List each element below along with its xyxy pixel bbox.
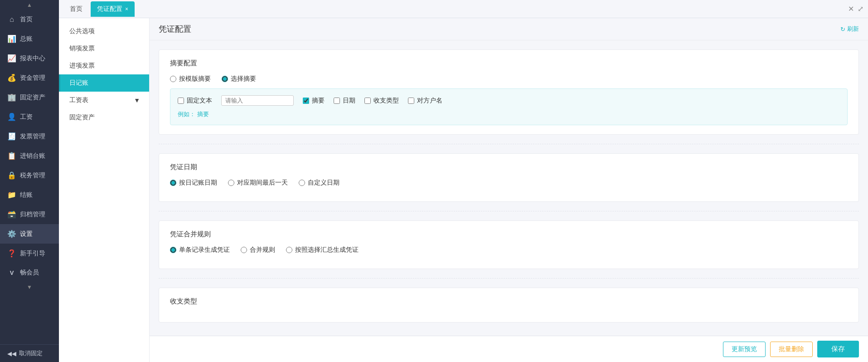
counterpart-checkbox[interactable]: [408, 98, 414, 104]
close-accounts-icon: 📁: [7, 191, 16, 199]
nav-payroll[interactable]: 工资表 ▼: [59, 92, 149, 109]
refresh-button[interactable]: ↻ 刷新: [840, 25, 859, 33]
tab-home[interactable]: 首页: [63, 1, 89, 17]
sidebar-item-vip[interactable]: V 畅会员: [0, 263, 59, 282]
abstract-example: 例如： 摘要: [178, 110, 840, 118]
sidebar-item-salary[interactable]: 👤 工资: [0, 107, 59, 127]
income-type-checkbox[interactable]: [364, 98, 371, 104]
sidebar-item-close[interactable]: 📁 结账: [0, 185, 59, 205]
assets-icon: 🏢: [7, 93, 16, 102]
update-preview-button[interactable]: 更新预览: [723, 342, 766, 357]
refresh-icon: ↻: [840, 26, 845, 33]
abstract-mode-template-radio[interactable]: [170, 76, 176, 82]
batch-delete-button[interactable]: 批量删除: [770, 342, 813, 357]
maximize-button[interactable]: ⤢: [858, 5, 863, 13]
abstract-options-panel: 固定文本 摘要 日期: [170, 88, 848, 125]
bottom-bar: 更新预览 批量删除 保存: [150, 336, 868, 362]
checkbox-income-type[interactable]: 收支类型: [364, 97, 399, 105]
invoice-mgmt-icon: 🧾: [7, 132, 16, 141]
income-type-section: 收支类型: [159, 288, 859, 323]
minimize-button[interactable]: ✕: [848, 5, 854, 13]
sidebar-item-home[interactable]: ⌂ 首页: [0, 10, 59, 29]
salary-icon: 👤: [7, 113, 16, 121]
sidebar-item-ledger[interactable]: 📊 总账: [0, 29, 59, 49]
left-nav: 公共选项 销项发票 进项发票 日记账 工资表 ▼ 固定资产: [59, 18, 150, 362]
merge-rule-radio[interactable]: [241, 247, 247, 253]
tab-bar: 首页 凭证配置 × ✕ ⤢: [59, 0, 868, 18]
abstract-checkbox[interactable]: [303, 98, 309, 104]
sidebar-item-archive[interactable]: 🗃️ 归档管理: [0, 205, 59, 224]
nav-purchase-invoice[interactable]: 进项发票: [59, 57, 149, 74]
merge-option-rule[interactable]: 合并规则: [241, 246, 275, 254]
date-journal-radio[interactable]: [170, 180, 176, 186]
sidebar-item-assets[interactable]: 🏢 固定资产: [0, 88, 59, 107]
merge-option-single[interactable]: 单条记录生成凭证: [170, 246, 230, 254]
nav-payroll-arrow: ▼: [134, 97, 140, 104]
sidebar-item-funds[interactable]: 💰 资金管理: [0, 68, 59, 88]
merge-select-total-radio[interactable]: [286, 247, 292, 253]
nav-fixed-assets[interactable]: 固定资产: [59, 109, 149, 126]
abstract-mode-radio-group: 按模版摘要 选择摘要: [170, 75, 848, 83]
merge-single-radio[interactable]: [170, 247, 176, 253]
settings-icon: ⚙️: [7, 230, 16, 238]
fixed-text-input[interactable]: [221, 95, 294, 106]
home-icon: ⌂: [7, 15, 16, 24]
income-type-section-title: 收支类型: [170, 297, 848, 306]
funds-icon: 💰: [7, 73, 16, 82]
archive-icon: 🗃️: [7, 210, 16, 219]
merge-section-title: 凭证合并规则: [170, 230, 848, 239]
right-content: 摘要配置 按模版摘要 选择摘要: [150, 40, 868, 336]
nav-public[interactable]: 公共选项: [59, 23, 149, 40]
merge-rule-section: 凭证合并规则 单条记录生成凭证 合并规则: [159, 220, 859, 269]
sidebar-item-reports[interactable]: 📈 报表中心: [0, 49, 59, 68]
unpin-icon: ◀◀: [7, 350, 16, 357]
abstract-config-section: 摘要配置 按模版摘要 选择摘要: [159, 49, 859, 135]
checkbox-counterpart[interactable]: 对方户名: [408, 97, 442, 105]
guide-icon: ❓: [7, 249, 16, 258]
checkbox-fixed-text[interactable]: 固定文本: [178, 97, 212, 105]
save-button[interactable]: 保存: [817, 341, 859, 357]
tab-voucher-config[interactable]: 凭证配置 ×: [91, 1, 135, 17]
page-header: 凭证配置 ↻ 刷新: [150, 18, 868, 40]
sidebar-item-invoice-mgmt[interactable]: 🧾 发票管理: [0, 127, 59, 146]
abstract-options-row: 固定文本 摘要 日期: [178, 95, 840, 106]
date-checkbox[interactable]: [334, 98, 340, 104]
page-title: 凭证配置: [159, 24, 191, 34]
abstract-mode-template[interactable]: 按模版摘要: [170, 75, 211, 83]
purchase-sale-icon: 📋: [7, 152, 16, 160]
date-option-custom[interactable]: 自定义日期: [299, 179, 339, 187]
date-period-last-radio[interactable]: [228, 180, 234, 186]
fixed-text-checkbox[interactable]: [178, 98, 184, 104]
tab-close-button[interactable]: ×: [125, 6, 128, 12]
sidebar-item-guide[interactable]: ❓ 新手引导: [0, 244, 59, 263]
abstract-mode-select-radio[interactable]: [222, 76, 228, 82]
tax-icon: 🔒: [7, 171, 16, 180]
merge-radio-group: 单条记录生成凭证 合并规则 按照选择汇总生成凭证: [170, 246, 848, 254]
nav-journal[interactable]: 日记账: [59, 74, 149, 92]
vip-icon: V: [7, 269, 16, 276]
sidebar-item-purchase-sale[interactable]: 📋 进销台账: [0, 146, 59, 166]
main-area: 首页 凭证配置 × ✕ ⤢ 公共选项 销项发票 进项发票 日记账: [59, 0, 868, 362]
reports-icon: 📈: [7, 54, 16, 63]
ledger-icon: 📊: [7, 34, 16, 43]
voucher-date-section: 凭证日期 按日记账日期 对应期间最后一天: [159, 153, 859, 202]
date-section-title: 凭证日期: [170, 163, 848, 171]
date-radio-group: 按日记账日期 对应期间最后一天 自定义日期: [170, 179, 848, 187]
nav-sale-invoice[interactable]: 销项发票: [59, 40, 149, 57]
sidebar-item-settings[interactable]: ⚙️ 设置: [0, 224, 59, 244]
checkbox-abstract[interactable]: 摘要: [303, 97, 325, 105]
sidebar-unpin-button[interactable]: ◀◀ 取消固定: [0, 344, 59, 362]
sidebar-scroll-up[interactable]: ▲: [0, 0, 59, 10]
sidebar-scroll-down[interactable]: ▼: [0, 282, 59, 292]
merge-option-select-total[interactable]: 按照选择汇总生成凭证: [286, 246, 359, 254]
date-custom-radio[interactable]: [299, 180, 305, 186]
abstract-mode-select[interactable]: 选择摘要: [222, 75, 256, 83]
date-option-period-last[interactable]: 对应期间最后一天: [228, 179, 288, 187]
checkbox-date[interactable]: 日期: [334, 97, 355, 105]
sidebar: ▲ ⌂ 首页 📊 总账 📈 报表中心 💰 资金管理 🏢 固定资产 👤 工资 🧾 …: [0, 0, 59, 362]
sidebar-item-tax[interactable]: 🔒 税务管理: [0, 166, 59, 185]
tab-bar-actions: ✕ ⤢: [848, 5, 863, 13]
date-option-journal[interactable]: 按日记账日期: [170, 179, 217, 187]
abstract-section-title: 摘要配置: [170, 59, 848, 68]
content-area: 公共选项 销项发票 进项发票 日记账 工资表 ▼ 固定资产 凭证配置: [59, 18, 868, 362]
